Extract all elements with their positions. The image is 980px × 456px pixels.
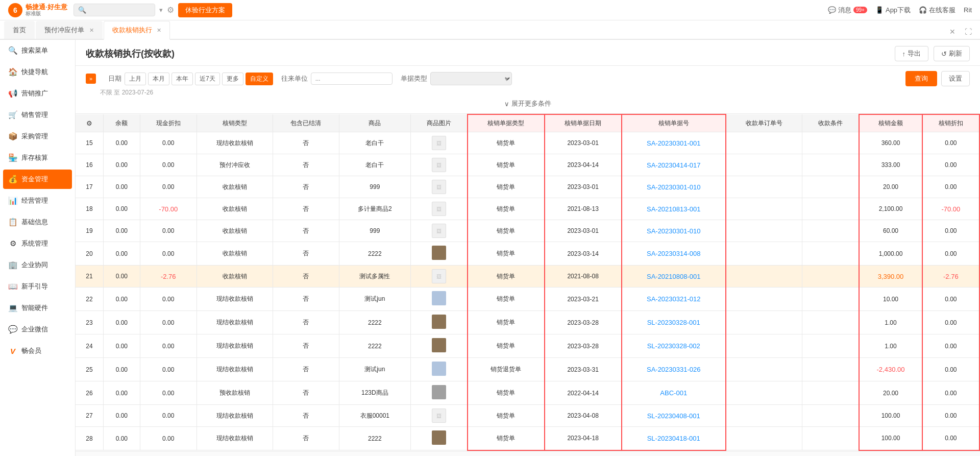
cell-verify-bill-date: 2022-04-14 <box>545 381 622 405</box>
message-btn[interactable]: 💬 消息 99+ <box>828 6 867 15</box>
date-btn-this-month[interactable]: 本月 <box>148 73 169 85</box>
from-unit-input[interactable] <box>311 73 393 85</box>
expand-more-icon: ∨ <box>504 100 509 108</box>
verify-bill-link[interactable]: SA-20230301-001 <box>647 139 701 147</box>
cell-product: 2222 <box>339 242 411 266</box>
sidebar-item-search-menu[interactable]: 🔍 搜索菜单 <box>0 40 75 61</box>
verify-bill-link[interactable]: SL-20230408-001 <box>647 412 700 420</box>
cell-include-settled: 否 <box>273 220 339 242</box>
sidebar-item-sys[interactable]: ⚙ 系统管理 <box>0 233 75 254</box>
sidebar-item-member[interactable]: V 畅会员 <box>0 340 75 362</box>
expand-window-btn[interactable]: ⛶ <box>961 25 976 39</box>
cell-verify-bill-no: SA-20230301-001 <box>622 132 726 154</box>
cell-balance: 0.00 <box>103 287 140 311</box>
filter-row-main: » 日期 上月 本月 本年 近7天 更多 自定义 往来单位 <box>86 71 970 86</box>
table-row: 22 0.00 0.00 现结收款核销 否 测试jun 销货单 2023-03-… <box>76 287 979 311</box>
sidebar-item-corp-wechat[interactable]: 💬 企业微信 <box>0 319 75 340</box>
verify-bill-link[interactable]: SA-20230301-010 <box>647 183 701 191</box>
cell-receipt-condition <box>802 198 859 220</box>
user-name[interactable]: Rit <box>964 6 972 14</box>
verify-bill-link[interactable]: SA-20230414-017 <box>647 161 701 169</box>
table-row: 24 0.00 0.00 现结收款核销 否 2222 销货单 2023-03-2… <box>76 334 979 358</box>
user-label: Rit <box>964 6 972 14</box>
verify-bill-link[interactable]: SA-20230314-008 <box>647 250 701 257</box>
sidebar-item-search-menu-label: 搜索菜单 <box>21 46 48 55</box>
cell-id: 19 <box>76 220 103 242</box>
fund-icon: 💰 <box>8 175 17 184</box>
verify-bill-link[interactable]: SA-20210808-001 <box>647 273 701 280</box>
settings-btn[interactable]: 设置 <box>941 71 970 86</box>
close-window-btn[interactable]: ✕ <box>944 25 961 39</box>
cell-balance: 0.00 <box>103 266 140 287</box>
smart-hw-icon: 💻 <box>8 303 17 313</box>
app-download-btn[interactable]: 📱 App下载 <box>875 6 911 15</box>
sidebar-item-basic[interactable]: 📋 基础信息 <box>0 211 75 233</box>
cell-id: 23 <box>76 311 103 334</box>
sidebar-item-quick-nav[interactable]: 🏠 快捷导航 <box>0 61 75 83</box>
verify-bill-link[interactable]: SA-20230301-010 <box>647 227 701 235</box>
query-btn[interactable]: 查询 <box>905 71 937 86</box>
th-receipt-order-no: 收款单订单号 <box>726 114 802 132</box>
sidebar-item-marketing[interactable]: 📢 营销推广 <box>0 83 75 104</box>
cell-verify-bill-type: 销货单 <box>468 132 545 154</box>
verify-bill-link[interactable]: SL-20230328-001 <box>647 319 700 326</box>
cell-verify-bill-type: 销货单 <box>468 154 545 176</box>
verify-bill-link[interactable]: SL-20230328-002 <box>647 342 700 350</box>
sidebar-item-purchase[interactable]: 📦 采购管理 <box>0 126 75 147</box>
table-header-row: ⚙ 余额 现金折扣 核销类型 包含已结清 商品 商品图片 核销单据类型 核销单据… <box>76 114 979 132</box>
cell-verify-bill-type: 销货单 <box>468 198 545 220</box>
th-settings[interactable]: ⚙ <box>76 114 103 132</box>
th-receipt-condition: 收款条件 <box>802 114 859 132</box>
expand-more-btn[interactable]: ∨ 展开更多条件 <box>86 99 970 108</box>
col-settings-icon: ⚙ <box>86 119 92 127</box>
date-btn-last-month[interactable]: 上月 <box>125 73 146 85</box>
verify-bill-link[interactable]: ABC-001 <box>660 389 687 397</box>
top-search-box[interactable]: 🔍 <box>74 4 155 16</box>
cell-product-img <box>411 334 468 358</box>
cell-verify-discount: 0.00 <box>922 287 979 311</box>
date-btn-this-year[interactable]: 本年 <box>172 73 193 85</box>
sidebar-item-sales[interactable]: 🛒 销售管理 <box>0 104 75 126</box>
cell-verify-bill-no: SA-20230301-010 <box>622 220 726 242</box>
tab-verify[interactable]: 收款核销执行 ✕ <box>104 21 170 40</box>
tab-verify-close[interactable]: ✕ <box>157 27 161 33</box>
settings-icon[interactable]: ⚙ <box>167 5 174 15</box>
cell-verify-amount: 20.00 <box>859 176 922 198</box>
sidebar-item-basic-label: 基础信息 <box>21 218 48 227</box>
trial-btn[interactable]: 休验行业方案 <box>178 3 232 17</box>
sidebar-item-inventory[interactable]: 🏪 库存核算 <box>0 147 75 169</box>
sidebar-item-corp-collab[interactable]: 🏢 企业协同 <box>0 254 75 276</box>
cell-verify-bill-no: SA-20230314-008 <box>622 242 726 266</box>
filter-collapse-btn[interactable]: » <box>86 74 96 84</box>
cell-receipt-order-no <box>726 176 802 198</box>
cell-verify-discount: 0.00 <box>922 154 979 176</box>
voucher-type-select[interactable] <box>430 72 512 85</box>
cell-verify-bill-type: 销货单 <box>468 427 545 450</box>
date-btn-7days[interactable]: 近7天 <box>195 73 220 85</box>
tab-home[interactable]: 首页 <box>4 21 35 39</box>
table-row: 23 0.00 0.00 现结收款核销 否 2222 销货单 2023-03-2… <box>76 311 979 334</box>
tab-prepay[interactable]: 预付冲应付单 ✕ <box>36 21 103 39</box>
verify-bill-link[interactable]: SL-20230418-001 <box>647 435 700 442</box>
refresh-btn[interactable]: ↺ 刷新 <box>934 46 970 61</box>
export-btn[interactable]: ↑ 导出 <box>895 46 929 61</box>
app-logo: 6 畅捷通·好生意 标准版 <box>8 3 67 17</box>
verify-bill-link[interactable]: SA-20230321-012 <box>647 295 701 303</box>
cell-cash-discount: 0.00 <box>140 132 197 154</box>
verify-bill-link[interactable]: SA-20210813-001 <box>647 205 701 213</box>
verify-bill-link[interactable]: SA-20230331-026 <box>647 366 701 373</box>
app-download-icon: 📱 <box>875 6 884 14</box>
sidebar-item-quick-nav-label: 快捷导航 <box>21 67 48 77</box>
date-btn-custom[interactable]: 自定义 <box>246 73 273 85</box>
sidebar-item-ops[interactable]: 📊 经营管理 <box>0 190 75 211</box>
cell-receipt-condition <box>802 242 859 266</box>
sidebar-item-guide[interactable]: 📖 新手引导 <box>0 276 75 297</box>
dropdown-icon[interactable]: ▾ <box>159 6 163 14</box>
cell-receipt-condition <box>802 176 859 198</box>
sidebar-item-fund[interactable]: 💰 资金管理 <box>3 170 72 189</box>
sales-icon: 🛒 <box>8 110 17 119</box>
online-service-btn[interactable]: 🎧 在线客服 <box>919 6 955 15</box>
sidebar-item-smart-hw[interactable]: 💻 智能硬件 <box>0 297 75 319</box>
date-btn-more[interactable]: 更多 <box>222 73 243 85</box>
tab-prepay-close[interactable]: ✕ <box>89 27 94 33</box>
